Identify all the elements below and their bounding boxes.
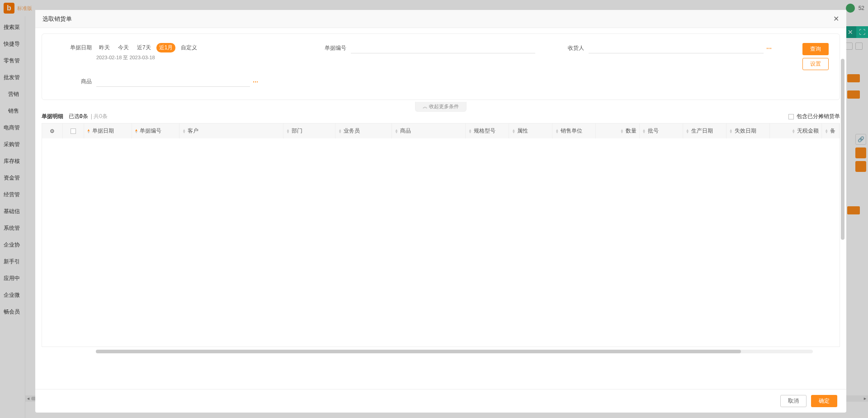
filter-label-date: 单据日期	[53, 44, 92, 52]
col-customer[interactable]: ▲▼客户	[179, 124, 283, 138]
date-range-text: 2023-02-18 至 2023-03-18	[96, 54, 296, 61]
column-settings-icon[interactable]: ⚙	[42, 124, 63, 138]
total-count: | 共0条	[91, 113, 108, 120]
table-body-empty	[42, 138, 840, 347]
selected-count: 已选0条	[69, 113, 91, 120]
filter-panel: 单据日期 昨天 今天 近7天 近1月 自定义 2023-02-18 至 2023…	[42, 33, 840, 100]
chevron-up-icon: ︽	[423, 104, 428, 109]
modal-header: 选取销货单 ✕	[35, 10, 846, 28]
close-icon[interactable]: ✕	[833, 14, 839, 23]
table-horizontal-scrollbar[interactable]	[42, 349, 840, 354]
col-doc-no[interactable]: ▲▼单据编号	[132, 124, 180, 138]
table-header: ⚙ ▲▼单据日期 ▲▼单据编号 ▲▼客户 ▲▼部门 ▲▼业务员 ▲▼商品 ▲▼规…	[42, 124, 840, 138]
include-dispatched-label: 包含已分摊销货单	[797, 113, 840, 120]
col-batch[interactable]: ▲▼批号	[640, 124, 683, 138]
result-table: ⚙ ▲▼单据日期 ▲▼单据编号 ▲▼客户 ▲▼部门 ▲▼业务员 ▲▼商品 ▲▼规…	[42, 123, 840, 347]
modal-footer: 取消 确定	[35, 389, 846, 413]
filter-label-docno: 单据编号	[314, 44, 347, 52]
filter-label-receiver: 收货人	[553, 44, 584, 52]
list-header: 单据明细 已选0条 | 共0条 包含已分摊销货单	[42, 113, 840, 120]
col-product[interactable]: ▲▼商品	[392, 124, 466, 138]
date-quick-group: 昨天 今天 近7天 近1月 自定义	[96, 43, 200, 52]
doc-no-input[interactable]	[351, 43, 535, 53]
col-attr[interactable]: ▲▼属性	[509, 124, 552, 138]
col-dept[interactable]: ▲▼部门	[283, 124, 335, 138]
modal-vertical-scrollbar[interactable]	[841, 59, 845, 353]
include-dispatched-checkbox[interactable]	[788, 114, 794, 119]
date-quick-1month[interactable]: 近1月	[156, 43, 176, 52]
select-sales-order-modal: 选取销货单 ✕ 单据日期 昨天 今天 近7天 近1月 自定义	[35, 10, 846, 413]
search-button[interactable]: 查询	[802, 43, 829, 55]
col-spec[interactable]: ▲▼规格型号	[466, 124, 509, 138]
col-doc-date[interactable]: ▲▼单据日期	[84, 124, 132, 138]
col-salesman[interactable]: ▲▼业务员	[335, 124, 392, 138]
receiver-more-icon[interactable]: ⋯	[764, 45, 774, 52]
collapse-filters-toggle[interactable]: ︽ 收起更多条件	[415, 102, 467, 112]
date-quick-custom[interactable]: 自定义	[178, 43, 200, 52]
settings-button[interactable]: 设置	[802, 58, 829, 70]
select-all-checkbox[interactable]	[71, 128, 76, 134]
product-more-icon[interactable]: ⋯	[250, 79, 261, 85]
date-quick-7days[interactable]: 近7天	[134, 43, 154, 52]
gear-icon: ⚙	[50, 128, 55, 134]
col-mfg-date[interactable]: ▲▼生产日期	[683, 124, 726, 138]
modal-title: 选取销货单	[42, 15, 72, 23]
scrollbar-thumb[interactable]	[96, 350, 741, 353]
col-amount-no-tax[interactable]: ▲▼无税金额	[770, 124, 822, 138]
col-exp-date[interactable]: ▲▼失效日期	[726, 124, 770, 138]
scrollbar-thumb[interactable]	[841, 59, 844, 240]
filter-label-product: 商品	[53, 78, 92, 86]
date-quick-today[interactable]: 今天	[115, 43, 132, 52]
ok-button[interactable]: 确定	[811, 395, 837, 407]
receiver-input[interactable]	[589, 43, 764, 53]
col-qty[interactable]: ▲▼数量	[596, 124, 639, 138]
cancel-button[interactable]: 取消	[780, 395, 807, 407]
col-unit[interactable]: ▲▼销售单位	[552, 124, 596, 138]
col-remark[interactable]: ▲▼备	[822, 124, 840, 138]
product-input[interactable]	[96, 76, 250, 87]
list-detail-label: 单据明细	[42, 113, 69, 120]
date-quick-yesterday[interactable]: 昨天	[96, 43, 113, 52]
